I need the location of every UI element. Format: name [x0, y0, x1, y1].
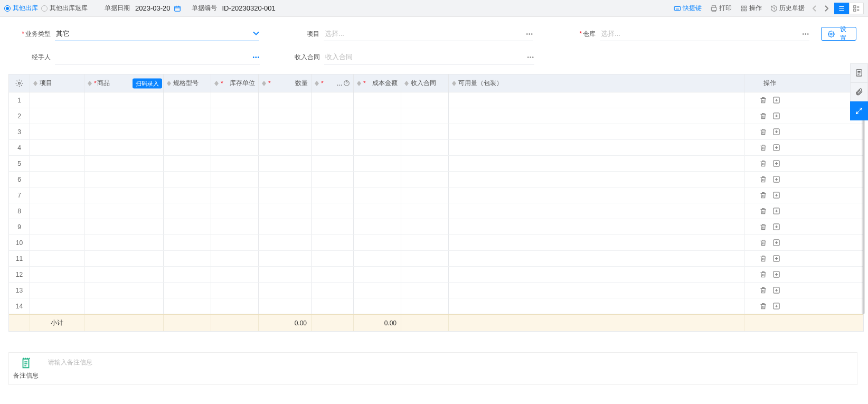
cell-qty[interactable] [259, 235, 312, 250]
cell-avail[interactable] [449, 235, 744, 250]
cell-spec[interactable] [164, 283, 211, 298]
cell-contract[interactable] [401, 187, 449, 203]
th-contract[interactable]: 收入合同 [401, 74, 449, 92]
cell-project[interactable] [30, 92, 84, 108]
delete-row-button[interactable] [759, 175, 767, 183]
delete-row-button[interactable] [759, 191, 767, 199]
delete-row-button[interactable] [759, 255, 767, 262]
scan-entry-button[interactable]: 扫码录入 [133, 78, 162, 88]
cell-contract[interactable] [401, 172, 449, 187]
cell-product[interactable] [84, 92, 164, 108]
delete-row-button[interactable] [759, 112, 767, 120]
cell-qty[interactable] [259, 219, 312, 234]
more-icon[interactable]: ••• [527, 54, 534, 60]
cell-contract[interactable] [401, 219, 449, 234]
th-spec[interactable]: 规格型号 [164, 74, 211, 92]
cell-short[interactable] [312, 203, 354, 219]
cell-product[interactable] [84, 267, 164, 282]
add-row-button[interactable] [772, 175, 780, 183]
cell-contract[interactable] [401, 298, 449, 314]
th-available[interactable]: 可用量（包装） [449, 74, 744, 92]
cell-spec[interactable] [164, 298, 211, 314]
table-row[interactable]: 13 [9, 283, 863, 298]
cell-contract[interactable] [401, 92, 449, 108]
cell-spec[interactable] [164, 203, 211, 219]
cell-contract[interactable] [401, 235, 449, 250]
delete-row-button[interactable] [759, 286, 767, 294]
cell-unit[interactable] [211, 235, 259, 250]
delete-row-button[interactable] [759, 302, 767, 310]
add-row-button[interactable] [772, 286, 780, 294]
cell-avail[interactable] [449, 124, 744, 139]
cell-qty[interactable] [259, 108, 312, 124]
cell-short[interactable] [312, 283, 354, 298]
cell-short[interactable] [312, 156, 354, 171]
cell-project[interactable] [30, 124, 84, 139]
handler-input[interactable] [55, 50, 260, 64]
view-card-button[interactable] [849, 3, 864, 14]
cell-contract[interactable] [401, 251, 449, 266]
print-button[interactable]: 打印 [707, 2, 735, 14]
next-doc-button[interactable] [822, 3, 831, 14]
cell-short[interactable] [312, 140, 354, 155]
cell-contract[interactable] [401, 203, 449, 219]
cell-product[interactable] [84, 156, 164, 171]
cell-spec[interactable] [164, 140, 211, 155]
cell-project[interactable] [30, 108, 84, 124]
cell-project[interactable] [30, 251, 84, 266]
history-button[interactable]: 历史单据 [767, 2, 808, 14]
biztype-input[interactable] [55, 26, 259, 41]
cell-product[interactable] [84, 203, 164, 219]
table-row[interactable]: 10 [9, 235, 863, 251]
cell-cost[interactable] [354, 124, 401, 139]
cell-short[interactable] [312, 172, 354, 187]
table-row[interactable]: 4 [9, 140, 863, 156]
cell-cost[interactable] [354, 92, 401, 108]
cell-unit[interactable] [211, 187, 259, 203]
cell-avail[interactable] [449, 187, 744, 203]
cell-contract[interactable] [401, 108, 449, 124]
cell-contract[interactable] [401, 283, 449, 298]
cell-avail[interactable] [449, 108, 744, 124]
cell-avail[interactable] [449, 219, 744, 234]
cell-avail[interactable] [449, 267, 744, 282]
side-tab-expand[interactable] [850, 101, 868, 120]
delete-row-button[interactable] [759, 207, 767, 215]
cell-cost[interactable] [354, 156, 401, 171]
th-product[interactable]: *商品 扫码录入 [84, 74, 164, 92]
view-list-button[interactable] [834, 3, 849, 14]
side-tab-attach[interactable] [850, 82, 868, 101]
cell-qty[interactable] [259, 172, 312, 187]
delete-row-button[interactable] [759, 144, 767, 152]
cell-avail[interactable] [449, 283, 744, 298]
cell-project[interactable] [30, 203, 84, 219]
cell-unit[interactable] [211, 92, 259, 108]
cell-short[interactable] [312, 251, 354, 266]
cell-qty[interactable] [259, 283, 312, 298]
cell-product[interactable] [84, 283, 164, 298]
cell-product[interactable] [84, 219, 164, 234]
cell-spec[interactable] [164, 108, 211, 124]
cell-project[interactable] [30, 219, 84, 234]
cell-cost[interactable] [354, 219, 401, 234]
more-icon[interactable]: ••• [252, 54, 260, 60]
table-row[interactable]: 1 [9, 92, 863, 108]
cell-contract[interactable] [401, 124, 449, 139]
cell-spec[interactable] [164, 156, 211, 171]
cell-unit[interactable] [211, 267, 259, 282]
cell-contract[interactable] [401, 140, 449, 155]
add-row-button[interactable] [772, 96, 780, 104]
delete-row-button[interactable] [759, 239, 767, 247]
cell-unit[interactable] [211, 140, 259, 155]
add-row-button[interactable] [772, 207, 780, 215]
cell-short[interactable] [312, 219, 354, 234]
doc-date-value[interactable]: 2023-03-20 [135, 4, 171, 12]
cell-cost[interactable] [354, 203, 401, 219]
contract-input[interactable] [324, 50, 534, 64]
cell-qty[interactable] [259, 251, 312, 266]
cell-spec[interactable] [164, 219, 211, 234]
cell-cost[interactable] [354, 140, 401, 155]
table-row[interactable]: 8 [9, 203, 863, 219]
help-icon[interactable] [343, 80, 350, 87]
cell-project[interactable] [30, 283, 84, 298]
